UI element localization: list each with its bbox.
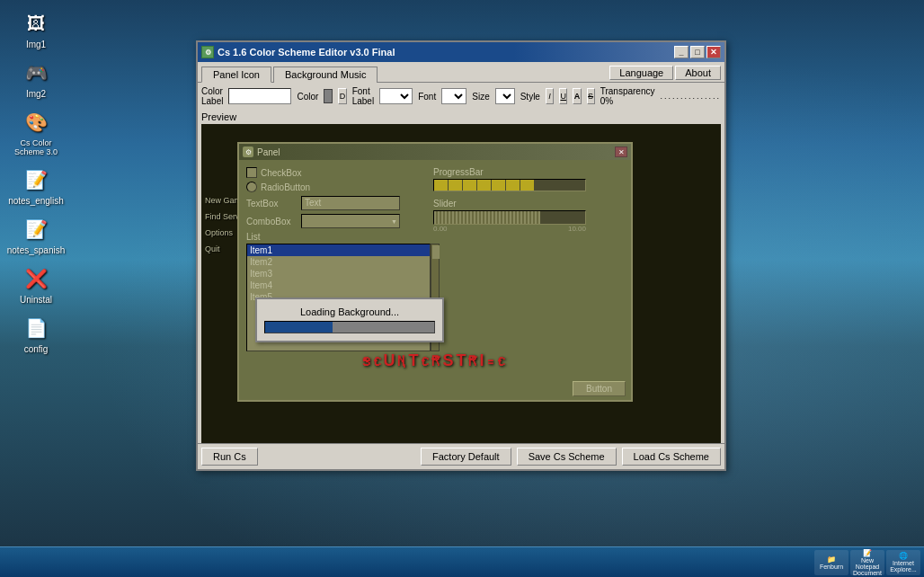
- radiobutton-label: RadioButton: [261, 182, 310, 192]
- desktop-icon-notes-spanish[interactable]: 📝 notes_spanish: [9, 215, 63, 255]
- slider-container: Slider 0.00 10.00: [433, 199, 586, 233]
- size-label: Size: [472, 92, 489, 102]
- cs-logo-text: ꟊꞓUꞐTꞓꞦSTꞦI꞊ꞓ: [362, 351, 509, 369]
- config-icon: 📄: [22, 314, 50, 342]
- color-label-input[interactable]: [228, 88, 291, 104]
- list-label: List: [246, 232, 426, 242]
- img1-icon: 🖼: [22, 9, 50, 38]
- progressbar: [433, 179, 586, 191]
- color-label: Color: [297, 92, 318, 102]
- taskbar-notepad-icon[interactable]: 📝 New Notepad Document: [850, 550, 884, 575]
- taskbar-right-icons: 📁 Fenburn 📝 New Notepad Document 🌐 Inter…: [814, 550, 920, 575]
- combobox-control[interactable]: ▼: [301, 214, 400, 228]
- slider-min: 0.00: [433, 225, 448, 233]
- list-item-2[interactable]: Item3: [247, 268, 430, 280]
- checkbox-label: CheckBox: [261, 168, 302, 178]
- list-item-0[interactable]: Item1: [247, 244, 430, 256]
- radio-button[interactable]: [246, 182, 257, 192]
- transparency-dots: ...............: [660, 92, 721, 101]
- radiobutton-control[interactable]: RadioButton: [246, 182, 310, 192]
- size-select[interactable]: [495, 88, 515, 104]
- controls-bar: Color Label Color D Font Label Font Size…: [198, 82, 724, 110]
- progress-seg-2: [449, 180, 463, 191]
- uninstall-label: Uninstal: [20, 295, 52, 305]
- textbox-label: TextBox: [246, 199, 296, 209]
- desktop-icon-uninstall[interactable]: ❌ Uninstal: [9, 264, 63, 305]
- taskbar-folder-icon[interactable]: 📁 Fenburn: [814, 550, 848, 575]
- slider-track[interactable]: [433, 210, 586, 225]
- panel-icon: ⚙: [243, 146, 253, 157]
- cs-logo-container: ꟊꞓUꞐTꞓꞦSTꞦI꞊ꞓ: [246, 351, 624, 370]
- run-cs-button[interactable]: Run Cs: [201, 448, 258, 466]
- loading-bar-fill: [265, 322, 333, 333]
- loading-content: Loading Background...: [257, 299, 442, 341]
- progress-seg-6: [506, 180, 520, 191]
- img1-label: Img1: [26, 40, 46, 49]
- notes-spanish-icon: 📝: [22, 215, 50, 244]
- panel-close-button[interactable]: ✕: [615, 146, 627, 157]
- checkbox-row: CheckBox: [246, 167, 426, 178]
- preview-area: New Game Find Serve Options Quit ⚙ Panel…: [201, 124, 721, 443]
- notepad-label: New Notepad Document: [850, 557, 884, 576]
- list-scrollbar-thumb: [432, 245, 440, 259]
- panel-bottom: Button: [239, 377, 631, 400]
- loading-dialog: Loading Background...: [255, 297, 444, 342]
- checkbox-control[interactable]: CheckBox: [246, 167, 302, 178]
- desktop-icon-img1[interactable]: 🖼 Img1: [9, 9, 63, 49]
- italic-button[interactable]: I: [546, 88, 554, 104]
- desktop-icon-config[interactable]: 📄 config: [9, 314, 63, 354]
- list-item-1[interactable]: Item2: [247, 256, 430, 268]
- notes-spanish-label: notes_spanish: [7, 245, 66, 255]
- notes-english-label: notes_english: [8, 196, 64, 206]
- progressbar-label: ProgressBar: [433, 167, 624, 177]
- strikethrough-button[interactable]: S: [587, 88, 595, 104]
- notes-english-icon: 📝: [22, 165, 50, 194]
- color-picker-button[interactable]: D: [338, 88, 346, 104]
- color-box[interactable]: [324, 89, 333, 103]
- combo-arrow-icon: ▼: [391, 218, 397, 225]
- combobox-label: ComboBox: [246, 217, 296, 226]
- tabs-right: Language About: [609, 66, 721, 80]
- transparency-label: Transparency 0%: [600, 86, 655, 106]
- desktop-icon-notes-english[interactable]: 📝 notes_english: [9, 165, 63, 206]
- close-button[interactable]: ✕: [706, 46, 721, 58]
- textbox-control[interactable]: Text: [301, 196, 400, 210]
- loading-bar-container: [264, 321, 435, 333]
- font-select[interactable]: [441, 88, 466, 104]
- title-bar: ⚙ Cs 1.6 Color Scheme Editor v3.0 Final …: [198, 42, 724, 62]
- slider-max: 10.00: [568, 225, 586, 233]
- factory-default-button[interactable]: Factory Default: [421, 448, 511, 466]
- font-label: Font: [418, 92, 436, 102]
- panel-title-bar: ⚙ Panel ✕: [239, 144, 631, 160]
- progress-seg-5: [492, 180, 506, 191]
- slider-values: 0.00 10.00: [433, 225, 586, 233]
- progressbar-container: ProgressBar: [433, 167, 624, 191]
- about-button[interactable]: About: [675, 66, 721, 80]
- list-item-3[interactable]: Item4: [247, 280, 430, 291]
- combobox-row: ComboBox ▼: [246, 214, 426, 228]
- maximize-button[interactable]: □: [690, 46, 705, 58]
- panel-button[interactable]: Button: [573, 381, 626, 396]
- taskbar: 📁 Fenburn 📝 New Notepad Document 🌐 Inter…: [0, 546, 924, 577]
- desktop-icon-img2[interactable]: 🎮 Img2: [9, 58, 63, 99]
- panel-window: ⚙ Panel ✕ CheckBox: [237, 142, 633, 402]
- tab-background-music[interactable]: Background Music: [273, 67, 378, 83]
- underline-button[interactable]: U: [559, 88, 567, 104]
- slider-label: Slider: [433, 199, 586, 209]
- checkbox-box[interactable]: [246, 167, 257, 178]
- title-bar-buttons: _ □ ✕: [674, 46, 721, 58]
- save-cs-scheme-button[interactable]: Save Cs Scheme: [517, 448, 617, 466]
- taskbar-explorer-icon[interactable]: 🌐 Internet Explore...: [886, 550, 920, 575]
- bold-button[interactable]: A: [573, 88, 581, 104]
- load-cs-scheme-button[interactable]: Load Cs Scheme: [622, 448, 721, 466]
- progress-seg-4: [477, 180, 492, 191]
- config-label: config: [24, 344, 49, 354]
- minimize-button[interactable]: _: [674, 46, 689, 58]
- font-label-select[interactable]: [379, 88, 413, 104]
- tab-panel-icon[interactable]: Panel Icon: [201, 67, 271, 83]
- desktop-icon-cs-color-scheme[interactable]: 🎨 Cs Color Scheme 3.0: [9, 108, 63, 156]
- folder-label: Fenburn: [820, 564, 843, 570]
- panel-title: Panel: [257, 147, 280, 157]
- language-button[interactable]: Language: [609, 66, 673, 80]
- img2-label: Img2: [26, 89, 46, 99]
